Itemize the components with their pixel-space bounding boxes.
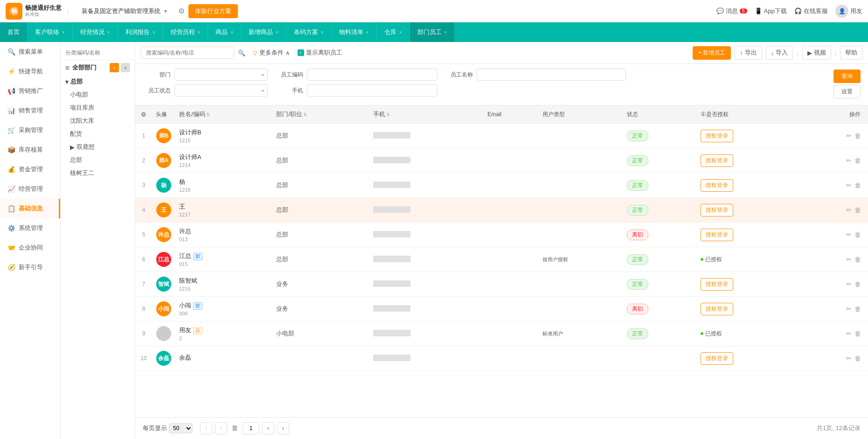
search-input[interactable] xyxy=(141,47,234,59)
user-area[interactable]: 👤 用友 xyxy=(835,5,862,18)
edit-btn[interactable]: ✏ xyxy=(846,157,852,164)
app-download-btn[interactable]: 📱 App下载 xyxy=(755,7,787,15)
sidebar-item-collab[interactable]: 🤝 企业协同 xyxy=(0,238,60,258)
sidebar-item-inventory[interactable]: 📦 库存核算 xyxy=(0,140,60,160)
delete-btn[interactable]: 🗑 xyxy=(854,206,861,214)
nav-barcode-close[interactable]: × xyxy=(321,30,324,35)
delete-btn[interactable]: 🗑 xyxy=(854,157,861,164)
edit-btn[interactable]: ✏ xyxy=(846,305,852,313)
delete-btn[interactable]: 🗑 xyxy=(854,330,861,337)
nav-customer-close[interactable]: × xyxy=(62,30,65,35)
nav-item-warehouse[interactable]: 仓库 × xyxy=(377,22,410,42)
nav-item-bom[interactable]: 物料清单 × xyxy=(332,22,377,42)
nav-item-profit[interactable]: 利润报告 × xyxy=(118,22,163,42)
more-filter-btn[interactable]: ▽ 更多条件 ∧ xyxy=(249,46,294,59)
delete-btn[interactable]: 🗑 xyxy=(854,305,861,313)
nav-item-operation[interactable]: 经营情况 × xyxy=(73,22,118,42)
sidebar-item-business[interactable]: 📈 经营管理 xyxy=(0,179,60,199)
auth-btn[interactable]: 授权登录 xyxy=(701,229,733,241)
nav-operation-close[interactable]: × xyxy=(107,30,110,35)
message-btn[interactable]: 💬 消息 5 xyxy=(716,7,747,15)
nav-item-goods[interactable]: 商品 × xyxy=(208,22,241,42)
sidebar-item-purchase[interactable]: 🛒 采购管理 xyxy=(0,120,60,140)
add-employee-btn[interactable]: + 新增员工 xyxy=(693,46,731,60)
dept-item-zhishu[interactable]: 植树王二 xyxy=(61,167,135,180)
view-btn[interactable]: ▶ 视频 xyxy=(802,46,831,60)
emp-status-select[interactable] xyxy=(174,84,268,97)
sidebar-item-finance[interactable]: 💰 资金管理 xyxy=(0,160,60,179)
auth-btn[interactable]: 授权登录 xyxy=(701,204,733,216)
search-icon[interactable]: 🔍 xyxy=(238,49,245,56)
help-btn[interactable]: 帮助 xyxy=(840,46,862,60)
last-page-btn[interactable]: › xyxy=(277,422,289,434)
nav-goods-close[interactable]: × xyxy=(230,30,233,35)
nav-item-history[interactable]: 经营历程 × xyxy=(163,22,208,42)
auth-btn[interactable]: 授权登录 xyxy=(701,303,733,315)
col-phone[interactable]: 手机⇅ xyxy=(369,105,484,124)
search-btn[interactable]: 查询 xyxy=(833,70,861,83)
dept-item-zongbu-1[interactable]: ▾ 总部 xyxy=(61,75,135,88)
sidebar-item-search[interactable]: 🔍 搜索菜单 xyxy=(0,42,60,62)
first-page-btn[interactable]: ‹ xyxy=(200,422,212,434)
auth-btn[interactable]: 授权登录 xyxy=(701,352,733,365)
sidebar-item-marketing[interactable]: 📢 营销推广 xyxy=(0,81,60,101)
emp-name-input[interactable] xyxy=(477,69,626,81)
nav-new-goods-close[interactable]: × xyxy=(276,30,278,35)
edit-btn[interactable]: ✏ xyxy=(846,181,852,189)
delete-btn[interactable]: 🗑 xyxy=(854,132,861,139)
prev-page-btn[interactable]: ‹ xyxy=(215,422,227,434)
nav-history-close[interactable]: × xyxy=(198,30,201,35)
sidebar-item-system[interactable]: ⚙️ 系统管理 xyxy=(0,218,60,238)
edit-btn[interactable]: ✏ xyxy=(846,206,852,214)
edit-btn[interactable]: ✏ xyxy=(846,256,852,263)
edit-btn[interactable]: ✏ xyxy=(846,280,852,288)
page-size-select[interactable]: 50 20 100 xyxy=(169,423,193,433)
auth-btn[interactable]: 授权登录 xyxy=(701,179,733,192)
nav-item-home[interactable]: 首页 xyxy=(0,22,28,42)
col-settings[interactable]: ⚙ xyxy=(135,105,152,124)
dept-search-input[interactable] xyxy=(65,49,135,56)
edit-btn[interactable]: ✏ xyxy=(846,355,852,362)
delete-btn[interactable]: 🗑 xyxy=(854,181,861,189)
nav-item-barcode[interactable]: 条码方案 × xyxy=(286,22,332,42)
auth-btn[interactable]: 授权登录 xyxy=(701,130,733,142)
settings-btn[interactable]: 设置 xyxy=(833,85,861,98)
dept-item-shuanglu[interactable]: ▶ 双鹿想 xyxy=(61,140,135,153)
delete-btn[interactable]: 🗑 xyxy=(854,256,861,263)
experience-btn[interactable]: 体验行业方案 xyxy=(188,4,238,18)
col-dept-pos[interactable]: 部门/职位⇅ xyxy=(272,105,369,124)
emp-code-input[interactable] xyxy=(307,69,437,81)
delete-btn[interactable]: 🗑 xyxy=(854,231,861,238)
col-name-code[interactable]: 姓名/编码⇅ xyxy=(175,105,272,124)
system-dropdown-arrow[interactable]: ▾ xyxy=(164,8,167,14)
export-btn[interactable]: ↑ 导出 xyxy=(735,46,762,60)
online-service-btn[interactable]: 🎧 在线客服 xyxy=(794,7,828,15)
phone-input[interactable] xyxy=(307,84,437,97)
sidebar-item-sales[interactable]: 📊 销售管理 xyxy=(0,101,60,120)
dept-item-zongbu2[interactable]: 总部 xyxy=(61,153,135,167)
sidebar-item-shortcut[interactable]: ⚡ 快捷导航 xyxy=(0,62,60,81)
dept-item-shenyang[interactable]: 沈阳大库 xyxy=(61,114,135,127)
dept-item-peihuo[interactable]: 配货 xyxy=(61,127,135,140)
nav-item-new-goods[interactable]: 新增商品 × xyxy=(241,22,286,42)
sidebar-item-basic[interactable]: 📋 基础信息 xyxy=(0,199,60,218)
edit-btn[interactable]: ✏ xyxy=(846,330,852,337)
delete-btn[interactable]: 🗑 xyxy=(854,355,861,362)
edit-btn[interactable]: ✏ xyxy=(846,231,852,238)
nav-item-dept[interactable]: 部门员工 × xyxy=(410,22,455,42)
dept-item-xiangmu[interactable]: 项目库房 xyxy=(61,101,135,114)
nav-warehouse-close[interactable]: × xyxy=(399,30,402,35)
auth-btn[interactable]: 授权登录 xyxy=(701,154,733,167)
dept-add-btn[interactable]: + xyxy=(110,63,119,72)
resigned-checkbox[interactable]: ✓ xyxy=(298,49,304,56)
next-page-btn[interactable]: › xyxy=(262,422,274,434)
edit-btn[interactable]: ✏ xyxy=(846,132,852,139)
show-resigned-toggle[interactable]: ✓ 显示离职员工 xyxy=(298,49,342,57)
settings-icon[interactable]: ⚙ xyxy=(178,7,185,15)
nav-bom-close[interactable]: × xyxy=(366,30,369,35)
sidebar-item-guide[interactable]: 🧭 新手引导 xyxy=(0,258,60,277)
nav-dept-close[interactable]: × xyxy=(444,30,447,35)
dept-item-xiaodian[interactable]: 小电部 xyxy=(61,88,135,101)
page-input[interactable] xyxy=(243,422,259,434)
dept-collapse-btn[interactable]: « xyxy=(121,63,130,72)
